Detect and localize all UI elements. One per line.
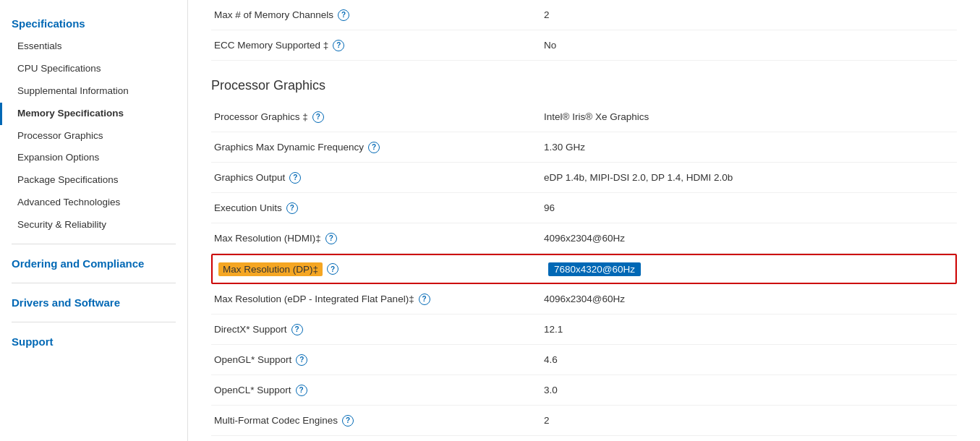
sidebar-divider-3 [12,322,176,322]
sidebar-divider-1 [12,244,176,244]
label-text-execution-units: Execution Units [214,202,282,213]
value-max-resolution-edp: 4096x2304@60Hz [544,294,957,304]
section-title-processor-graphics: Processor Graphics [211,78,957,96]
label-processor-graphics-name: Processor Graphics ‡ ? [211,111,544,123]
label-max-resolution-edp: Max Resolution (eDP - Integrated Flat Pa… [211,294,544,305]
label-text-max-memory-channels: Max # of Memory Channels [214,9,333,20]
row-graphics-output: Graphics Output ? eDP 1.4b, MIPI-DSI 2.0… [211,163,957,193]
label-text-max-resolution-edp: Max Resolution (eDP - Integrated Flat Pa… [214,294,414,304]
help-icon-execution-units[interactable]: ? [286,202,298,214]
row-graphics-max-dynamic-freq: Graphics Max Dynamic Frequency ? 1.30 GH… [211,132,957,163]
value-directx-support: 12.1 [544,324,957,335]
help-icon-ecc-memory[interactable]: ? [333,40,344,51]
value-opencl-support: 3.0 [544,385,957,395]
sidebar-section-support[interactable]: Support [0,330,187,354]
help-icon-max-resolution-dp[interactable]: ? [327,263,338,275]
help-icon-max-resolution-hdmi[interactable]: ? [325,233,337,244]
sidebar-section-drivers[interactable]: Drivers and Software [0,291,187,314]
sidebar-section-ordering[interactable]: Ordering and Compliance [0,252,187,275]
label-directx-support: DirectX* Support ? [211,324,544,335]
label-opengl-support: OpenGL* Support ? [211,354,544,366]
help-icon-max-memory-channels[interactable]: ? [338,9,349,21]
label-ecc-memory: ECC Memory Supported ‡ ? [211,40,544,51]
sidebar-item-expansion-options[interactable]: Expansion Options [0,147,187,169]
value-max-resolution-hdmi: 4096x2304@60Hz [544,233,957,244]
row-ecc-memory: ECC Memory Supported ‡ ? No [211,30,957,61]
help-icon-opencl-support[interactable]: ? [296,385,307,396]
value-max-memory-channels: 2 [544,9,957,20]
value-execution-units: 96 [544,202,957,213]
value-text-max-resolution-dp: 7680x4320@60Hz [548,262,641,276]
main-content: Max # of Memory Channels ? 2 ECC Memory … [188,0,980,441]
value-max-resolution-dp: 7680x4320@60Hz [548,264,953,275]
row-max-resolution-dp: Max Resolution (DP)‡ ? 7680x4320@60Hz [211,254,957,284]
help-icon-max-resolution-edp[interactable]: ? [419,294,430,305]
value-graphics-max-dynamic-freq: 1.30 GHz [544,142,957,153]
help-icon-graphics-max-dynamic-freq[interactable]: ? [368,142,380,153]
label-multi-format-codec-engines: Multi-Format Codec Engines ? [211,415,544,427]
value-ecc-memory: No [544,40,957,51]
label-max-resolution-hdmi: Max Resolution (HDMI)‡ ? [211,233,544,244]
label-opencl-support: OpenCL* Support ? [211,385,544,396]
help-icon-directx-support[interactable]: ? [291,324,303,335]
row-directx-support: DirectX* Support ? 12.1 [211,314,957,345]
sidebar: Specifications Essentials CPU Specificat… [0,0,188,441]
label-text-multi-format-codec-engines: Multi-Format Codec Engines [214,415,338,426]
value-graphics-output: eDP 1.4b, MIPI-DSI 2.0, DP 1.4, HDMI 2.0… [544,172,957,183]
value-processor-graphics-name: Intel® Iris® Xe Graphics [544,111,957,122]
sidebar-item-package-specifications[interactable]: Package Specifications [0,169,187,192]
row-opengl-support: OpenGL* Support ? 4.6 [211,345,957,375]
sidebar-item-advanced-technologies[interactable]: Advanced Technologies [0,192,187,214]
sidebar-item-memory-specifications[interactable]: Memory Specifications [0,103,187,125]
row-multi-format-codec-engines: Multi-Format Codec Engines ? 2 [211,406,957,436]
sidebar-item-supplemental-information[interactable]: Supplemental Information [0,80,187,103]
label-graphics-output: Graphics Output ? [211,172,544,184]
help-icon-multi-format-codec-engines[interactable]: ? [342,415,354,427]
label-graphics-max-dynamic-freq: Graphics Max Dynamic Frequency ? [211,142,544,153]
help-icon-graphics-output[interactable]: ? [289,172,301,184]
sidebar-divider-2 [12,283,176,283]
label-max-resolution-dp: Max Resolution (DP)‡ ? [216,262,548,276]
sidebar-item-security-reliability[interactable]: Security & Reliability [0,214,187,236]
label-max-memory-channels: Max # of Memory Channels ? [211,9,544,21]
value-multi-format-codec-engines: 2 [544,415,957,426]
label-text-graphics-output: Graphics Output [214,172,285,183]
label-text-max-resolution-hdmi: Max Resolution (HDMI)‡ [214,233,321,244]
row-execution-units: Execution Units ? 96 [211,193,957,223]
sidebar-item-processor-graphics[interactable]: Processor Graphics [0,125,187,147]
row-max-memory-channels: Max # of Memory Channels ? 2 [211,0,957,30]
value-opengl-support: 4.6 [544,354,957,365]
row-quick-sync-video: Intel® Quick Sync Video ? Yes [211,436,957,441]
label-execution-units: Execution Units ? [211,202,544,214]
label-text-opengl-support: OpenGL* Support [214,354,291,365]
label-text-processor-graphics-name: Processor Graphics ‡ [214,111,308,122]
label-text-opencl-support: OpenCL* Support [214,385,291,395]
label-text-directx-support: DirectX* Support [214,324,287,335]
row-max-resolution-edp: Max Resolution (eDP - Integrated Flat Pa… [211,284,957,314]
row-max-resolution-hdmi: Max Resolution (HDMI)‡ ? 4096x2304@60Hz [211,223,957,254]
help-icon-opengl-support[interactable]: ? [296,354,307,366]
label-text-max-resolution-dp: Max Resolution (DP)‡ [218,262,323,276]
row-processor-graphics-name: Processor Graphics ‡ ? Intel® Iris® Xe G… [211,102,957,132]
label-text-ecc-memory: ECC Memory Supported ‡ [214,40,328,51]
label-text-graphics-max-dynamic-freq: Graphics Max Dynamic Frequency [214,142,364,153]
sidebar-item-cpu-specifications[interactable]: CPU Specifications [0,58,187,80]
help-icon-processor-graphics-name[interactable]: ? [312,111,324,123]
sidebar-item-essentials[interactable]: Essentials [0,35,187,58]
sidebar-section-specifications[interactable]: Specifications [0,12,187,35]
row-opencl-support: OpenCL* Support ? 3.0 [211,375,957,406]
